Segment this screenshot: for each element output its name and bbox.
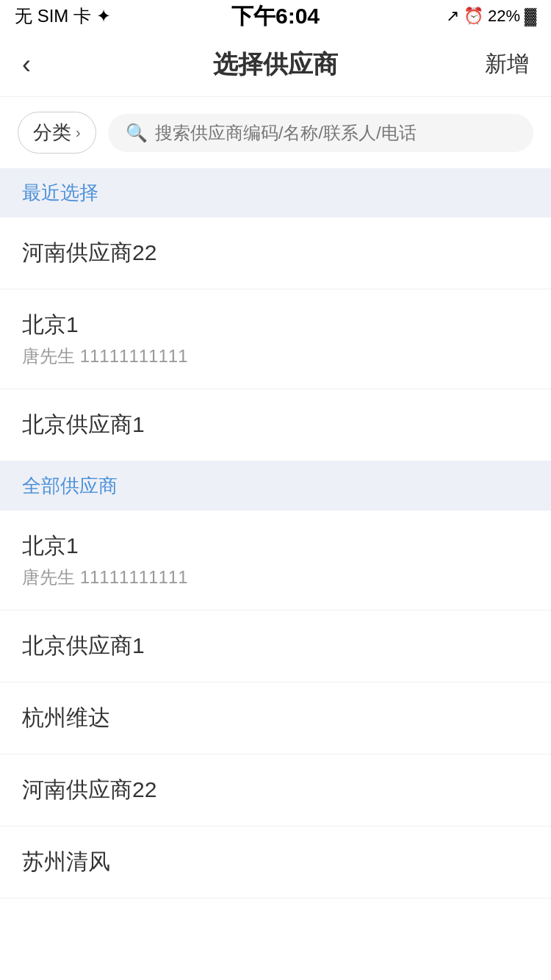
- list-item[interactable]: 北京1唐先生 11111111111: [0, 511, 551, 610]
- location-icon: ↗: [446, 7, 459, 26]
- item-name: 河南供应商22: [22, 238, 529, 268]
- item-name: 北京1: [22, 310, 529, 340]
- nav-bar: ‹ 选择供应商 新增: [0, 32, 551, 97]
- filter-bar: 分类 › 🔍: [0, 97, 551, 168]
- battery-icon: ▓: [525, 7, 536, 26]
- list-item[interactable]: 苏州清风: [0, 826, 551, 898]
- search-box: 🔍: [108, 114, 533, 152]
- recent-section-header: 最近选择: [0, 168, 551, 217]
- status-left: 无 SIM 卡 ✦: [15, 4, 111, 28]
- battery-label: 22%: [488, 7, 520, 26]
- item-sub: 唐先生 11111111111: [22, 345, 529, 368]
- list-item[interactable]: 北京供应商1: [0, 610, 551, 682]
- page-title: 选择供应商: [213, 48, 338, 82]
- alarm-icon: ⏰: [464, 7, 483, 26]
- all-list: 北京1唐先生 11111111111北京供应商1杭州维达河南供应商22苏州清风: [0, 511, 551, 898]
- status-time: 下午6:04: [231, 1, 320, 32]
- all-section-header: 全部供应商: [0, 461, 551, 511]
- back-button[interactable]: ‹: [15, 42, 38, 87]
- item-sub: 唐先生 11111111111: [22, 566, 529, 589]
- item-name: 北京供应商1: [22, 631, 529, 661]
- list-item[interactable]: 河南供应商22: [0, 754, 551, 826]
- search-input[interactable]: [155, 123, 516, 143]
- list-item[interactable]: 北京供应商1: [0, 389, 551, 461]
- search-icon: 🔍: [126, 123, 148, 143]
- category-button[interactable]: 分类 ›: [18, 112, 96, 154]
- category-label: 分类: [33, 120, 71, 145]
- item-name: 杭州维达: [22, 703, 529, 733]
- recent-list: 河南供应商22北京1唐先生 11111111111北京供应商1: [0, 217, 551, 461]
- item-name: 苏州清风: [22, 847, 529, 877]
- all-section-label: 全部供应商: [22, 475, 118, 497]
- add-button[interactable]: 新增: [485, 49, 529, 79]
- status-right: ↗ ⏰ 22% ▓: [446, 7, 536, 26]
- list-item[interactable]: 北京1唐先生 11111111111: [0, 289, 551, 389]
- status-bar: 无 SIM 卡 ✦ 下午6:04 ↗ ⏰ 22% ▓: [0, 0, 551, 32]
- item-name: 北京1: [22, 531, 529, 561]
- recent-section-label: 最近选择: [22, 181, 98, 203]
- item-name: 北京供应商1: [22, 410, 529, 440]
- list-item[interactable]: 杭州维达: [0, 682, 551, 754]
- chevron-right-icon: ›: [76, 124, 81, 141]
- list-item[interactable]: 河南供应商22: [0, 217, 551, 289]
- item-name: 河南供应商22: [22, 775, 529, 805]
- no-sim-label: 无 SIM 卡 ✦: [15, 4, 111, 28]
